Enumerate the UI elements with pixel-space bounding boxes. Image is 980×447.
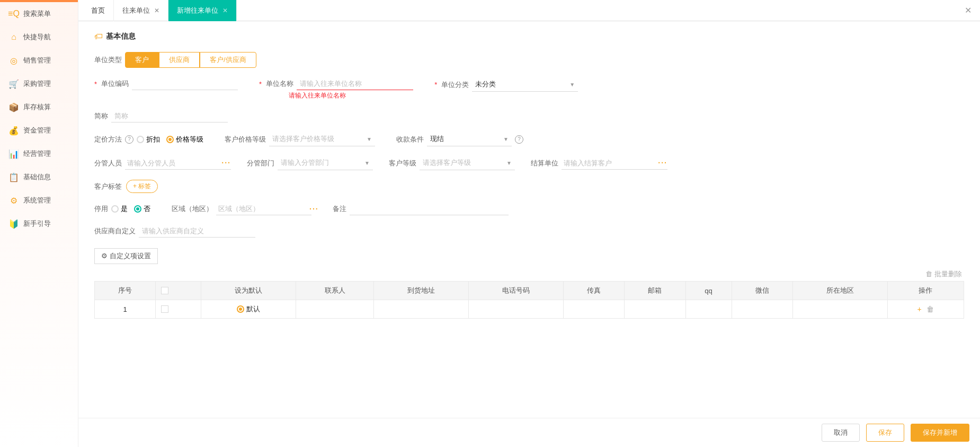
sidebar-item-operation[interactable]: 📊 经营管理 bbox=[0, 142, 78, 165]
col-qq: qq bbox=[685, 282, 732, 300]
settlement-input[interactable] bbox=[562, 157, 658, 169]
manager-input[interactable] bbox=[125, 157, 221, 169]
pricing-discount[interactable]: 折扣 bbox=[137, 135, 160, 144]
dept-select[interactable]: 请输入分管部门 ▼ bbox=[278, 156, 373, 170]
supplier-custom-row: 供应商自定义 bbox=[94, 225, 964, 238]
remark-input[interactable] bbox=[350, 203, 509, 215]
price-level-select[interactable]: 请选择客户价格等级 ▼ bbox=[269, 132, 375, 146]
unit-type-group: 客户 供应商 客户/供应商 bbox=[125, 52, 256, 68]
sidebar-item-stock[interactable]: 📦 库存核算 bbox=[0, 95, 78, 119]
unit-type-field: 单位类型 客户 供应商 客户/供应商 bbox=[94, 52, 256, 68]
batch-delete-btn[interactable]: 🗑 批量删除 bbox=[94, 269, 964, 279]
disabled-yes[interactable]: 是 bbox=[111, 204, 128, 214]
flag-icon: 🏷 bbox=[94, 32, 103, 41]
tab-partner[interactable]: 往来单位 ✕ bbox=[114, 0, 168, 21]
sidebar-item-search[interactable]: ≡Q 搜索菜单 bbox=[0, 2, 78, 25]
purchase-icon: 🛒 bbox=[8, 78, 19, 89]
row-qq[interactable] bbox=[685, 300, 732, 319]
payment-select[interactable]: 现结 ▼ bbox=[427, 132, 512, 146]
default-radio-label: 默认 bbox=[246, 304, 260, 314]
short-name-input[interactable] bbox=[111, 110, 228, 122]
price-level-chevron: ▼ bbox=[367, 136, 372, 142]
code-input[interactable]: 000009 bbox=[132, 77, 238, 90]
code-label: 单位编码 bbox=[101, 79, 129, 89]
manager-field: 分管人员 ··· bbox=[94, 157, 231, 170]
col-region: 所在地区 bbox=[792, 282, 887, 300]
customer-level-field: 客户等级 请选择客户等级 ▼ bbox=[389, 156, 515, 170]
region-input-group: ··· bbox=[216, 203, 311, 215]
close-all-tabs[interactable]: ✕ bbox=[960, 5, 976, 15]
row-address[interactable] bbox=[374, 300, 469, 319]
pricing-level[interactable]: 价格等级 bbox=[166, 135, 203, 144]
customer-level-select[interactable]: 请选择客户等级 ▼ bbox=[420, 156, 515, 170]
sidebar-item-quick-nav[interactable]: ⌂ 快捷导航 bbox=[0, 25, 78, 49]
sidebar-item-sales[interactable]: ◎ 销售管理 bbox=[0, 49, 78, 72]
home-icon: ⌂ bbox=[8, 32, 19, 42]
dept-chevron: ▼ bbox=[364, 160, 370, 166]
sidebar-item-basic[interactable]: 📋 基础信息 bbox=[0, 165, 78, 189]
row-phone[interactable] bbox=[469, 300, 564, 319]
col-wechat: 微信 bbox=[732, 282, 792, 300]
row-fax[interactable] bbox=[564, 300, 625, 319]
sidebar-item-label: 基础信息 bbox=[23, 172, 51, 182]
row-contact[interactable] bbox=[296, 300, 374, 319]
price-level-label: 客户价格等级 bbox=[225, 135, 266, 144]
row-add-btn[interactable]: + bbox=[917, 305, 921, 313]
row-checkbox[interactable] bbox=[161, 305, 168, 313]
tab-partner-close[interactable]: ✕ bbox=[154, 7, 159, 14]
supplier-custom-input[interactable] bbox=[139, 225, 255, 238]
disabled-no[interactable]: 否 bbox=[134, 204, 150, 214]
tab-new-partner-close[interactable]: ✕ bbox=[222, 7, 228, 14]
row-seq: 1 bbox=[95, 300, 156, 319]
tab-new-partner[interactable]: 新增往来单位 ✕ bbox=[168, 0, 237, 21]
sidebar-item-guide[interactable]: 🔰 新手引导 bbox=[0, 212, 78, 235]
manager-more-btn[interactable]: ··· bbox=[221, 159, 231, 167]
table-row: 1 默认 bbox=[95, 300, 964, 319]
unit-category-field: * 单位分类 未分类 ▼ bbox=[434, 77, 578, 92]
cat-chevron: ▼ bbox=[569, 82, 575, 87]
manager-label: 分管人员 bbox=[94, 159, 122, 168]
tab-home[interactable]: 首页 bbox=[83, 0, 114, 21]
unit-type-supplier[interactable]: 供应商 bbox=[159, 52, 200, 68]
row-default-radio[interactable]: 默认 bbox=[207, 304, 290, 314]
row-region[interactable] bbox=[792, 300, 887, 319]
operation-icon: 📊 bbox=[8, 148, 19, 159]
pricing-help-icon[interactable]: ? bbox=[125, 135, 133, 144]
sidebar-item-finance[interactable]: 💰 资金管理 bbox=[0, 119, 78, 142]
col-checkbox bbox=[156, 282, 201, 300]
unit-type-label: 单位类型 bbox=[94, 55, 122, 65]
sidebar-item-system[interactable]: ⚙ 系统管理 bbox=[0, 189, 78, 212]
settlement-more-btn[interactable]: ··· bbox=[658, 159, 667, 167]
pricing-row: 定价方法 ? 折扣 价格等级 客户价格等级 请选择客户价格等级 bbox=[94, 132, 964, 146]
row-email[interactable] bbox=[625, 300, 685, 319]
row-del-btn[interactable]: 🗑 bbox=[926, 305, 934, 313]
add-tag-btn[interactable]: + 标签 bbox=[126, 180, 158, 193]
region-input[interactable] bbox=[216, 203, 309, 215]
save-button[interactable]: 保存 bbox=[866, 424, 904, 442]
pricing-label: 定价方法 bbox=[94, 135, 122, 144]
col-email: 邮箱 bbox=[625, 282, 685, 300]
sidebar-item-label: 资金管理 bbox=[23, 126, 51, 135]
cancel-button[interactable]: 取消 bbox=[822, 424, 860, 442]
name-input[interactable] bbox=[297, 77, 413, 90]
row-wechat[interactable] bbox=[732, 300, 792, 319]
tab-new-partner-label: 新增往来单位 bbox=[177, 6, 218, 15]
col-phone: 电话号码 bbox=[469, 282, 564, 300]
manager-input-group: ··· bbox=[125, 157, 231, 170]
payment-label: 收款条件 bbox=[396, 135, 424, 144]
supplier-custom-field: 供应商自定义 bbox=[94, 225, 255, 238]
unit-type-both[interactable]: 客户/供应商 bbox=[200, 52, 256, 68]
region-more-btn[interactable]: ··· bbox=[309, 205, 319, 213]
tag-row: 客户标签 + 标签 bbox=[94, 180, 964, 193]
sidebar-item-label: 系统管理 bbox=[23, 196, 51, 205]
cat-value: 未分类 bbox=[475, 80, 496, 89]
save-new-button[interactable]: 保存并新增 bbox=[911, 424, 969, 442]
sidebar-item-purchase[interactable]: 🛒 采购管理 bbox=[0, 72, 78, 95]
unit-name-field: * 单位名称 请输入往来单位名称 bbox=[259, 77, 413, 100]
select-all-checkbox[interactable] bbox=[161, 287, 168, 294]
unit-category-select[interactable]: 未分类 ▼ bbox=[472, 77, 578, 92]
discount-label: 折扣 bbox=[146, 135, 160, 144]
unit-type-customer[interactable]: 客户 bbox=[125, 52, 159, 68]
payment-help-icon[interactable]: ? bbox=[515, 135, 523, 144]
custom-settings-button[interactable]: ⚙ 自定义项设置 bbox=[94, 248, 158, 264]
